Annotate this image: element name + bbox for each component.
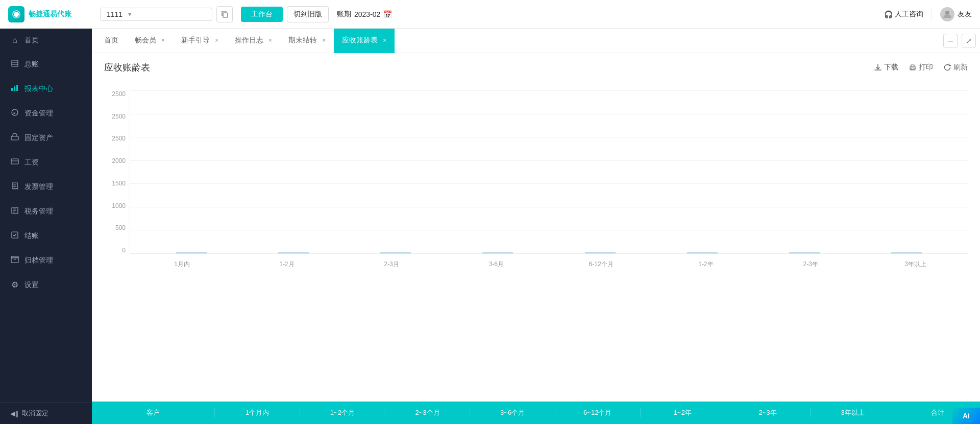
download-label: 下载 <box>884 63 898 72</box>
tab-home[interactable]: 首页 <box>96 29 127 53</box>
x-label-3-6month: 3-6月 <box>444 254 549 274</box>
cancel-fixed-label: 取消固定 <box>22 409 48 418</box>
settings-icon: ⚙ <box>10 280 19 290</box>
svg-rect-10 <box>11 136 18 140</box>
ai-badge[interactable]: Ai <box>952 408 980 424</box>
sidebar-item-archive[interactable]: 归档管理 <box>0 248 92 273</box>
workbench-button[interactable]: 工作台 <box>241 7 283 22</box>
tab-minimize-button[interactable]: ─ <box>943 34 958 48</box>
th-2-3year: 2~3年 <box>725 408 811 417</box>
table-header: 客户 1个月内 1~2个月 2~3个月 3~6个月 6~12个月 1~2年 2~… <box>92 402 980 424</box>
tab-oplog-close[interactable]: × <box>268 37 272 44</box>
period-value: 2023-02 <box>354 10 380 18</box>
tab-oplog[interactable]: 操作日志 × <box>227 29 280 53</box>
company-selector[interactable]: 1111 ▼ <box>100 8 212 21</box>
bar-group-3year-plus <box>855 252 958 253</box>
tab-period-end[interactable]: 期末结转 × <box>280 29 334 53</box>
logo-text: 畅捷通易代账 <box>29 10 71 19</box>
sidebar-item-tax[interactable]: 税务管理 <box>0 199 92 224</box>
tax-icon <box>10 206 19 217</box>
sidebar-item-ledger[interactable]: 总账 <box>0 52 92 77</box>
bar-3year-plus <box>891 252 922 253</box>
sidebar-item-home[interactable]: ⌂ 首页 <box>0 29 92 52</box>
tab-aging[interactable]: 应收账龄表 × <box>334 29 395 53</box>
sidebar-label-invoice: 发票管理 <box>24 182 53 192</box>
sidebar-item-reports[interactable]: 报表中心 <box>0 77 92 101</box>
print-icon <box>909 63 917 72</box>
user-area[interactable]: 友友 <box>940 7 972 21</box>
copy-button[interactable] <box>216 6 233 22</box>
home-icon: ⌂ <box>10 36 19 45</box>
tab-aging-label: 应收账龄表 <box>342 36 378 45</box>
sidebar-item-funds[interactable]: ¥ 资金管理 <box>0 101 92 126</box>
salary-icon <box>10 157 19 168</box>
page-content: 应收账龄表 下载 <box>92 53 980 424</box>
x-label-2-3year: 2-3年 <box>758 254 863 274</box>
bar-group-1-2month <box>242 252 345 253</box>
tab-guide-label: 新手引导 <box>181 36 210 45</box>
sidebar-item-settings[interactable]: ⚙ 设置 <box>0 273 92 297</box>
th-3-6month: 3~6个月 <box>470 408 555 417</box>
logo-area: 畅捷通易代账 <box>8 6 100 22</box>
page-title: 应收账龄表 <box>104 61 150 74</box>
tab-aging-close[interactable]: × <box>383 37 386 44</box>
sidebar-label-checkout: 结账 <box>24 231 39 241</box>
th-customer: 客户 <box>92 408 215 417</box>
bar-1month <box>176 252 207 253</box>
sidebar-item-invoice[interactable]: 发票管理 <box>0 175 92 199</box>
tab-period-end-label: 期末结转 <box>288 36 317 45</box>
plot-area <box>130 90 968 254</box>
sidebar-item-salary[interactable]: 工资 <box>0 150 92 175</box>
sidebar-item-checkout[interactable]: 结账 <box>0 224 92 248</box>
sidebar: ⌂ 首页 总账 报表中心 <box>0 29 92 424</box>
svg-rect-24 <box>911 68 914 69</box>
switch-version-button[interactable]: 切到旧版 <box>287 6 329 22</box>
refresh-button[interactable]: 刷新 <box>943 63 968 72</box>
tab-maximize-button[interactable]: ⤢ <box>962 34 976 48</box>
sidebar-label-settings: 设置 <box>24 280 39 290</box>
svg-point-1 <box>945 11 949 15</box>
tab-member[interactable]: 畅会员 × <box>127 29 173 53</box>
ai-label: Ai <box>963 412 970 420</box>
refresh-label: 刷新 <box>953 63 968 72</box>
tab-guide-close[interactable]: × <box>215 37 218 44</box>
svg-rect-19 <box>12 232 18 238</box>
bar-2-3year <box>789 252 820 253</box>
header-right: 🎧 人工咨询 友友 <box>884 7 972 21</box>
download-button[interactable]: 下载 <box>874 63 898 72</box>
svg-rect-5 <box>11 88 13 91</box>
print-button[interactable]: 打印 <box>909 63 933 72</box>
bar-group-2-3month <box>345 252 447 253</box>
tab-member-close[interactable]: × <box>161 37 165 44</box>
cancel-fixed-button[interactable]: ◀‖ 取消固定 <box>0 403 92 424</box>
y-label-2500a: 2500 <box>112 90 126 98</box>
sidebar-label-tax: 税务管理 <box>24 207 53 216</box>
invoice-icon <box>10 182 19 192</box>
content-area: 首页 畅会员 × 新手引导 × 操作日志 × 期末结转 × 应收账龄表 × <box>92 29 980 424</box>
bar-1-2year <box>687 252 718 253</box>
support-button[interactable]: 🎧 人工咨询 <box>884 10 923 19</box>
chevron-down-icon: ▼ <box>127 11 133 18</box>
tabs-bar: 首页 畅会员 × 新手引导 × 操作日志 × 期末结转 × 应收账龄表 × <box>92 29 980 53</box>
calendar-icon[interactable]: 📅 <box>383 10 392 18</box>
sidebar-item-assets[interactable]: 固定资产 <box>0 126 92 150</box>
x-label-1month: 1月内 <box>130 254 234 274</box>
period-area: 账期 2023-02 📅 <box>337 10 392 19</box>
tab-home-label: 首页 <box>104 36 118 45</box>
sidebar-label-ledger: 总账 <box>24 60 39 69</box>
page-header: 应收账龄表 下载 <box>92 53 980 82</box>
funds-icon: ¥ <box>10 108 19 119</box>
th-2-3month: 2~3个月 <box>385 408 471 417</box>
tab-guide[interactable]: 新手引导 × <box>173 29 227 53</box>
username: 友友 <box>958 10 972 19</box>
headset-icon: 🎧 <box>884 10 893 18</box>
ledger-icon <box>10 59 19 69</box>
print-label: 打印 <box>919 63 933 72</box>
y-label-1000: 1000 <box>112 202 126 209</box>
sidebar-label-archive: 归档管理 <box>24 256 53 265</box>
y-label-1500: 1500 <box>112 180 126 187</box>
bar-group-1-2year <box>651 252 753 253</box>
svg-rect-11 <box>11 159 18 164</box>
x-label-1-2year: 1-2年 <box>653 254 758 274</box>
tab-period-end-close[interactable]: × <box>322 37 326 44</box>
